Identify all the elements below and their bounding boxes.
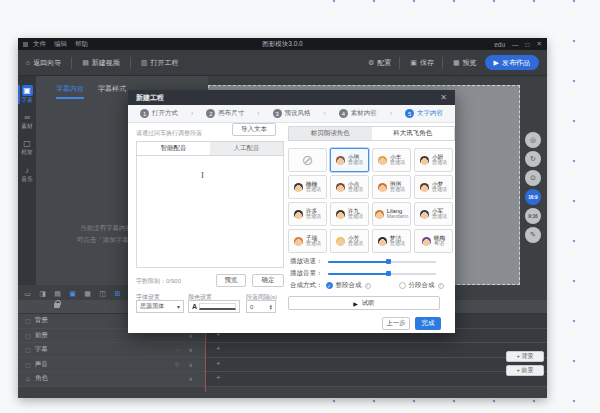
voice-avatar (294, 237, 303, 246)
step-canvas-size[interactable]: 2画布尺寸 (206, 109, 244, 118)
menu-file[interactable]: 文件 (33, 40, 46, 49)
rotate-icon[interactable]: ↻ (525, 151, 541, 167)
voice-card[interactable]: 小梦普通话 (414, 175, 453, 199)
voice-card[interactable]: 小妍普通话 (414, 148, 453, 172)
voice-card[interactable]: 琪琪普通话 (372, 175, 411, 199)
voice-card-none[interactable]: ⊘ (288, 148, 327, 172)
add-clip-icon[interactable]: + (216, 344, 221, 353)
preview-button[interactable]: ▦ 预览 (453, 58, 477, 68)
layer-icon: ▢ (25, 346, 31, 353)
voice-card[interactable]: 小芳普通话 (330, 229, 369, 253)
voice-card[interactable]: 小军普通话 (414, 202, 453, 226)
import-text-button[interactable]: 导入文本 (232, 123, 276, 136)
voice-card[interactable]: 小丰普通话 (372, 148, 411, 172)
confirm-button[interactable]: 确定 (252, 274, 284, 287)
radio-whole-segment[interactable]: ✓ (326, 282, 333, 289)
voice-card[interactable]: 晓梅粤语 (414, 229, 453, 253)
tab-biaobei-voices[interactable]: 标贝朗读角色 (289, 127, 372, 140)
add-foreground-button[interactable]: + 前景 (506, 365, 544, 376)
voice-card[interactable]: 小琪普通话 (330, 148, 369, 172)
info-icon[interactable]: i (365, 283, 371, 289)
radio-split-segment[interactable] (399, 282, 406, 289)
back-home-button[interactable]: ⌂ 返回向导 (26, 58, 61, 68)
sidebar-item-subtitle[interactable]: ▣ 字幕 (18, 85, 36, 104)
tab-manual-dubbing[interactable]: 人工配音 (210, 142, 283, 155)
tab-iflytek-voices[interactable]: 科大讯飞角色 (372, 127, 455, 140)
close-button[interactable]: ✕ (537, 40, 542, 48)
lock-icon[interactable]: ⊙ (525, 170, 541, 186)
step-preset-style[interactable]: 3预设风格 (273, 109, 311, 118)
close-icon[interactable]: ✕ (440, 93, 447, 102)
timeline-tool-icon[interactable]: ▭ (23, 290, 32, 298)
app-icon (23, 42, 28, 47)
script-text-input[interactable]: I (136, 156, 284, 268)
finish-button[interactable]: 完成 (415, 317, 441, 330)
timeline-tool-icon[interactable]: ◫ (98, 290, 107, 298)
voice-card[interactable]: 子瑞普通话 (288, 229, 327, 253)
timeline-tool-icon[interactable]: ◨ (38, 290, 47, 298)
lock-icon[interactable] (54, 303, 60, 308)
step-material-content[interactable]: 4素材内容 (339, 109, 377, 118)
voice-card[interactable]: 梦洁普通话 (372, 229, 411, 253)
step-text-content[interactable]: 5文字内容 (405, 109, 443, 118)
add-background-button[interactable]: + 背景 (506, 351, 544, 362)
volume-slider[interactable] (328, 273, 436, 275)
tab-smart-dubbing[interactable]: 智能配音 (137, 142, 210, 155)
dot-icon: ◦ (177, 347, 179, 353)
tab-subtitle-style[interactable]: 字幕样式 (98, 84, 126, 99)
toolbar-divider (130, 57, 131, 69)
camera-icon[interactable]: ◎ (525, 132, 541, 148)
voice-card[interactable]: 小点普通话 (330, 175, 369, 199)
voice-card[interactable]: LilangMandarin (372, 202, 411, 226)
voice-card[interactable]: 许多普通话 (288, 202, 327, 226)
volume-slider-handle[interactable] (386, 271, 391, 276)
maximize-button[interactable]: □ (526, 41, 530, 48)
voice-card[interactable]: 许九普通话 (330, 202, 369, 226)
chevron-right-icon: › (323, 110, 325, 117)
font-select[interactable]: 思源黑体 ▾ (136, 300, 184, 313)
minimize-button[interactable]: — (512, 41, 519, 48)
stepper-down-icon[interactable]: ▾ (269, 307, 272, 310)
timeline-tool-icon[interactable]: ▦ (83, 290, 92, 298)
preview-button[interactable]: 预览 (216, 274, 246, 287)
previous-step-button[interactable]: 上一步 (382, 317, 410, 330)
edit-icon[interactable]: ✎ (525, 227, 541, 243)
volume-slider-row: 播放音量： (290, 269, 436, 278)
account-label[interactable]: edu (494, 41, 505, 48)
sidebar-item-music[interactable]: ♪ 音乐 (18, 166, 36, 183)
menu-edit[interactable]: 编辑 (54, 40, 67, 49)
track-row-subtitle[interactable]: ▢字幕◦∨ + (18, 343, 547, 358)
chevron-down-icon[interactable]: ∨ (189, 375, 193, 382)
sidebar-item-frame[interactable]: ▢ 框架 (18, 139, 36, 156)
track-row-audio[interactable]: ▢声音◇∨ + (18, 358, 547, 373)
save-button[interactable]: ▣ 保存 (410, 58, 434, 68)
menu-help[interactable]: 帮助 (75, 40, 88, 49)
toolbar-divider (71, 57, 72, 69)
chevron-down-icon[interactable]: ∨ (189, 361, 193, 368)
paragraph-gap-stepper[interactable]: 0 ▴▾ (246, 300, 276, 313)
sidebar-item-assets[interactable]: ∞ 素材 (18, 113, 36, 130)
speed-slider-handle[interactable] (386, 259, 391, 264)
config-button[interactable]: ⚙ 配置 (368, 58, 391, 68)
font-color-picker[interactable]: A (188, 300, 240, 313)
ratio-16-9-button[interactable]: 16:9 (525, 189, 541, 205)
ratio-9-16-button[interactable]: 9:16 (525, 208, 541, 224)
step-open-mode[interactable]: 1打开方式 (140, 109, 178, 118)
timeline-tool-icon-active[interactable]: ▣ (68, 290, 77, 298)
synthesis-mode-row: 合成方式： ✓ 整段合成 i 分段合成 i (290, 281, 444, 290)
open-project-button[interactable]: ▥ 打开工程 (141, 58, 179, 68)
voice-card[interactable]: 楠楠普通话 (288, 175, 327, 199)
new-video-button[interactable]: ▤ 新建视频 (82, 58, 120, 68)
chevron-down-icon[interactable]: ∨ (189, 346, 193, 353)
add-clip-icon[interactable]: + (216, 359, 221, 368)
listen-button[interactable]: ▶ 试听 (288, 296, 440, 310)
toolbar-divider (442, 57, 443, 69)
tab-subtitle-content[interactable]: 字幕内容 (56, 84, 84, 99)
speed-slider[interactable] (328, 261, 436, 263)
timeline-tool-icon[interactable]: ▤ (53, 290, 62, 298)
info-icon[interactable]: i (438, 283, 444, 289)
publish-button[interactable]: ▶ 发布作品 (485, 55, 539, 70)
add-clip-icon[interactable]: + (216, 373, 221, 382)
timeline-tool-icon[interactable]: ⊞ (113, 290, 122, 298)
track-row-character[interactable]: ☺角色∨ + (18, 372, 547, 387)
